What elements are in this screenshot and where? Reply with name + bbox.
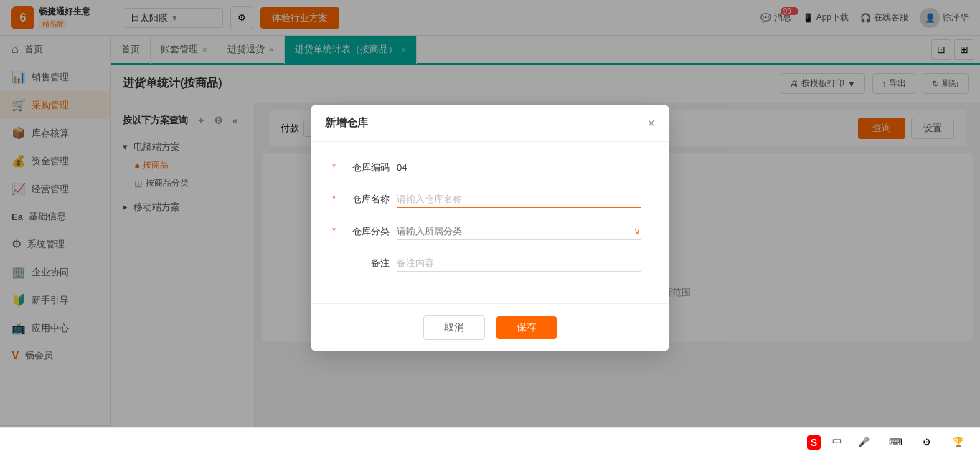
name-label: 仓库名称	[339, 193, 390, 206]
category-dropdown-arrow[interactable]: ∨	[633, 225, 641, 237]
name-input[interactable]	[397, 191, 641, 208]
keyboard-button[interactable]: ⌨	[885, 432, 905, 452]
form-row-code: 仓库编码	[339, 159, 641, 176]
modal-header: 新增仓库 ×	[311, 105, 669, 142]
category-label: 仓库分类	[339, 225, 390, 238]
code-input[interactable]	[397, 159, 641, 176]
form-row-remark: 备注	[339, 255, 641, 272]
remark-input[interactable]	[397, 255, 641, 272]
form-row-category: 仓库分类 ∨	[339, 222, 641, 240]
remark-label: 备注	[339, 257, 390, 270]
save-button[interactable]: 保存	[496, 316, 557, 339]
trophy-button[interactable]: 🏆	[948, 432, 969, 452]
modal-body: 仓库编码 仓库名称 仓库分类 ∨ 备注	[311, 142, 669, 303]
category-select-wrap: ∨	[397, 222, 641, 240]
bottom-settings-button[interactable]: ⚙	[917, 432, 937, 452]
cancel-button[interactable]: 取消	[423, 315, 485, 340]
zhong-icon[interactable]: 中	[832, 436, 842, 449]
mic-button[interactable]: 🎤	[854, 432, 874, 452]
modal-title: 新增仓库	[325, 116, 368, 130]
s-logo: S	[807, 435, 821, 450]
new-warehouse-modal: 新增仓库 × 仓库编码 仓库名称 仓库分类 ∨	[311, 105, 669, 351]
modal-overlay[interactable]: 新增仓库 × 仓库编码 仓库名称 仓库分类 ∨	[0, 0, 980, 456]
category-input[interactable]	[397, 226, 633, 237]
modal-close-button[interactable]: ×	[647, 117, 655, 130]
bottom-bar: S 中 🎤 ⌨ ⚙ 🏆	[0, 427, 980, 456]
code-label: 仓库编码	[339, 161, 390, 174]
modal-footer: 取消 保存	[311, 303, 669, 351]
form-row-name: 仓库名称	[339, 191, 641, 208]
